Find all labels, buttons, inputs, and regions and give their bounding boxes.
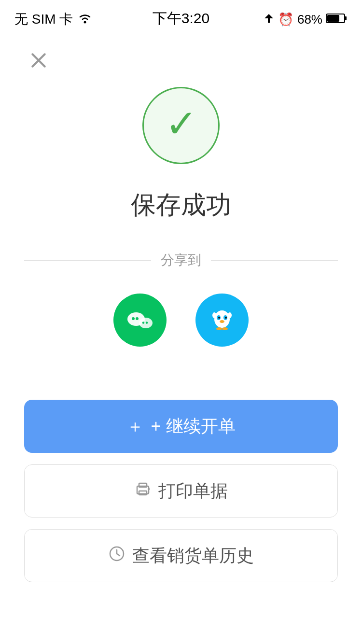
svg-point-8 xyxy=(142,322,144,323)
print-label: 打印单据 xyxy=(158,479,228,503)
svg-point-16 xyxy=(212,312,216,318)
location-icon xyxy=(264,12,274,27)
svg-rect-23 xyxy=(148,488,150,490)
qq-icon xyxy=(208,306,237,335)
continue-plus-icon: ＋ xyxy=(126,415,144,438)
history-label: 查看销货单历史 xyxy=(132,544,254,568)
svg-point-18 xyxy=(216,327,222,330)
divider-left xyxy=(24,260,151,261)
svg-point-6 xyxy=(136,317,139,320)
svg-point-0 xyxy=(84,21,86,24)
status-bar: 无 SIM 卡 下午3:20 ⏰ 68% xyxy=(0,0,362,39)
share-section: 分享到 xyxy=(0,251,362,376)
battery-icon xyxy=(326,12,348,27)
svg-point-9 xyxy=(145,322,147,323)
wechat-share-button[interactable] xyxy=(113,294,167,347)
sim-text: 无 SIM 卡 xyxy=(14,10,73,28)
status-time: 下午3:20 xyxy=(153,9,209,28)
svg-line-26 xyxy=(117,554,120,556)
main-content: ✓ 保存成功 分享到 xyxy=(0,39,362,582)
divider-right xyxy=(211,260,338,261)
history-icon xyxy=(108,545,125,567)
svg-point-19 xyxy=(222,327,228,330)
success-title: 保存成功 xyxy=(131,188,231,222)
svg-point-5 xyxy=(132,317,135,320)
svg-rect-2 xyxy=(345,16,347,20)
status-left: 无 SIM 卡 xyxy=(14,10,92,28)
svg-point-17 xyxy=(228,312,232,318)
success-circle: ✓ xyxy=(142,87,220,164)
svg-point-10 xyxy=(214,310,230,328)
svg-point-15 xyxy=(220,320,224,323)
qq-share-button[interactable] xyxy=(195,294,249,347)
checkmark-icon: ✓ xyxy=(165,105,197,143)
svg-rect-3 xyxy=(327,15,339,22)
svg-rect-22 xyxy=(139,491,147,495)
action-buttons: ＋ + 继续开单 打印单据 xyxy=(0,400,362,582)
svg-rect-21 xyxy=(139,483,147,487)
share-divider: 分享到 xyxy=(24,251,338,269)
alarm-icon: ⏰ xyxy=(278,12,293,27)
history-button[interactable]: 查看销货单历史 xyxy=(24,529,338,582)
continue-button[interactable]: ＋ + 继续开单 xyxy=(24,400,338,453)
wifi-icon xyxy=(78,12,92,27)
continue-label: + 继续开单 xyxy=(151,415,235,438)
share-icons xyxy=(24,294,338,347)
print-button[interactable]: 打印单据 xyxy=(24,464,338,518)
print-icon xyxy=(134,480,152,502)
wechat-icon xyxy=(125,305,156,336)
status-right: ⏰ 68% xyxy=(264,12,348,27)
close-button[interactable] xyxy=(24,46,53,75)
svg-point-14 xyxy=(225,317,227,319)
share-label: 分享到 xyxy=(151,251,211,269)
battery-text: 68% xyxy=(297,12,322,27)
svg-point-13 xyxy=(218,317,220,319)
